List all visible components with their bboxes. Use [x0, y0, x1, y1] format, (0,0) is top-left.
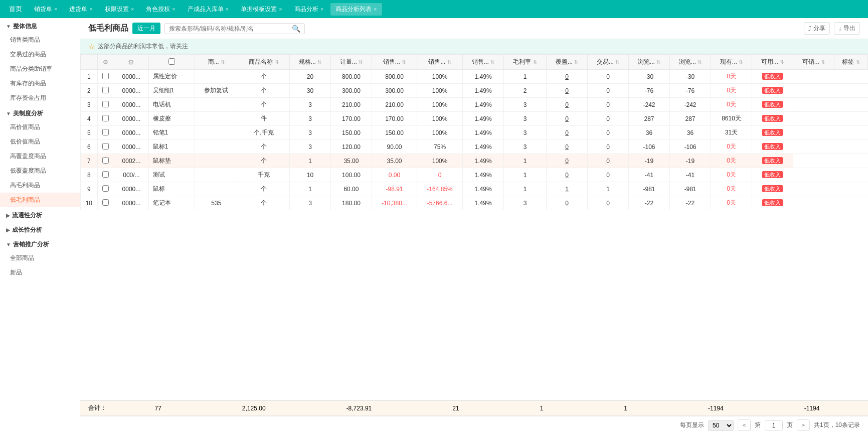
col-tag[interactable]: 标签 ⇅ [834, 55, 867, 70]
sidebar-item-high-value[interactable]: 高价值商品 [0, 120, 80, 134]
cell-view1[interactable]: 0 [547, 112, 588, 126]
sidebar-section-growth[interactable]: ▶成长性分析 [0, 222, 80, 236]
sidebar-section-flow[interactable]: ▶流通性分析 [0, 207, 80, 222]
row-checkbox[interactable] [102, 115, 109, 121]
col-view1[interactable]: 浏览... ⇅ [629, 55, 670, 70]
col-name[interactable]: 商品名称 ⇅ [238, 55, 289, 70]
row-checkbox[interactable] [102, 143, 109, 150]
cell-checkbox[interactable] [97, 112, 114, 126]
cell-name[interactable]: 测试 [148, 168, 195, 182]
col-unit[interactable]: 计量... ⇅ [330, 55, 372, 70]
cell-name[interactable]: 鼠标 [148, 182, 195, 196]
col-checkbox[interactable] [148, 55, 195, 70]
sidebar-section-marketing[interactable]: ▼营销推广分析 [0, 236, 80, 251]
nav-product-analysis[interactable]: 商品分析× [289, 3, 328, 16]
cell-name[interactable]: 笔记本 [148, 196, 195, 210]
row-checkbox[interactable] [102, 199, 109, 206]
search-icon[interactable]: 🔍 [292, 25, 300, 33]
sidebar-item-all-goods[interactable]: 全部商品 [0, 251, 80, 265]
cell-margin: 0 [417, 168, 463, 182]
cell-stock-curr: -22 [629, 196, 670, 210]
cell-checkbox[interactable] [97, 196, 114, 210]
sidebar-item-in-stock[interactable]: 有库存的商品 [0, 76, 80, 91]
nav-permission[interactable]: 权限设置× [100, 3, 139, 16]
sidebar-section-overall[interactable]: ▼整体信息 [0, 18, 80, 33]
per-page-select[interactable]: 50 20 100 [708, 420, 734, 431]
nav-template[interactable]: 单据模板设置× [236, 3, 287, 16]
cell-view1[interactable]: 0 [547, 196, 588, 210]
export-button[interactable]: ↓ 导出 [834, 22, 860, 35]
data-table-container[interactable]: ⚙⚙ 商... ⇅ 商品名称 ⇅ 规格... ⇅ 计量... ⇅ 销售... ⇅… [80, 54, 868, 400]
sidebar-item-traded-goods[interactable]: 交易过的商品 [0, 47, 80, 62]
cell-view1[interactable]: 0 [547, 126, 588, 140]
nav-role-auth[interactable]: 角色授权× [141, 3, 180, 16]
row-checkbox[interactable] [102, 185, 109, 192]
col-gear-header[interactable]: ⚙ [97, 55, 114, 70]
col-sales-amt[interactable]: 销售... ⇅ [417, 55, 463, 70]
nav-product-analysis-list[interactable]: 商品分析列表× [330, 3, 382, 16]
next-page-button[interactable]: ＞ [797, 419, 810, 431]
cell-checkbox[interactable] [97, 84, 114, 98]
cell-name[interactable]: 铅笔1 [148, 126, 195, 140]
cell-name[interactable]: 属性定价 [148, 70, 195, 84]
cell-checkbox[interactable] [97, 140, 114, 154]
sidebar-item-capital[interactable]: 库存资金占用 [0, 91, 80, 105]
sidebar-section-measure[interactable]: ▼美制度分析 [0, 105, 80, 120]
nav-product-entry[interactable]: 产成品入库单× [183, 3, 234, 16]
row-checkbox[interactable] [102, 129, 109, 135]
cell-view1[interactable]: 0 [547, 70, 588, 84]
cell-name[interactable]: 吴细细1 [148, 84, 195, 98]
cell-view1[interactable]: 0 [547, 84, 588, 98]
cell-checkbox[interactable] [97, 98, 114, 112]
col-sellable-days[interactable]: 可销... ⇅ [793, 55, 834, 70]
sidebar-item-low-margin[interactable]: 低毛利商品 [0, 193, 80, 207]
col-sales-profit[interactable]: 销售... ⇅ [463, 55, 504, 70]
cell-name[interactable]: 鼠标1 [148, 140, 195, 154]
sidebar-item-high-margin[interactable]: 高毛利商品 [0, 178, 80, 193]
cell-checkbox[interactable] [97, 70, 114, 84]
sidebar-item-sales-goods[interactable]: 销售类商品 [0, 33, 80, 47]
col-stock-avail[interactable]: 可用... ⇅ [752, 55, 793, 70]
select-all-checkbox[interactable] [168, 58, 175, 65]
search-input[interactable] [169, 25, 292, 32]
row-checkbox[interactable] [102, 73, 109, 79]
cell-view1[interactable]: 0 [547, 140, 588, 154]
sidebar-item-category-rate[interactable]: 商品分类助销率 [0, 62, 80, 76]
cell-view1[interactable]: 1 [547, 182, 588, 196]
cell-view1[interactable]: 0 [547, 98, 588, 112]
cell-checkbox[interactable] [97, 168, 114, 182]
share-button[interactable]: ⤴ 分享 [804, 22, 830, 35]
row-checkbox[interactable] [102, 157, 109, 164]
page-number-input[interactable] [765, 420, 783, 430]
sidebar-item-high-coverage[interactable]: 高覆盖度商品 [0, 149, 80, 164]
col-stock-curr[interactable]: 现有... ⇅ [711, 55, 752, 70]
col-spec[interactable]: 规格... ⇅ [289, 55, 330, 70]
row-checkbox[interactable] [102, 87, 109, 93]
cell-name[interactable]: 橡皮擦 [148, 112, 195, 126]
col-margin[interactable]: 毛利率 ⇅ [504, 55, 547, 70]
cell-checkbox[interactable] [97, 154, 114, 168]
cell-checkbox[interactable] [97, 126, 114, 140]
row-checkbox[interactable] [102, 101, 109, 107]
col-coverage[interactable]: 覆盖... ⇅ [547, 55, 588, 70]
nav-sales-order[interactable]: 销货单× [29, 3, 62, 16]
cell-name[interactable]: 电话机 [148, 98, 195, 112]
nav-home[interactable]: 首页 [4, 3, 27, 16]
row-checkbox[interactable] [102, 171, 109, 178]
cell-name[interactable]: 鼠标垫 [148, 154, 195, 168]
prev-page-button[interactable]: ＜ [738, 419, 751, 431]
sidebar-item-low-value[interactable]: 低价值商品 [0, 134, 80, 149]
col-gear[interactable]: ⚙ [114, 55, 148, 70]
cell-view1[interactable]: 0 [547, 154, 588, 168]
col-code[interactable]: 商... ⇅ [195, 55, 238, 70]
cell-view1[interactable]: 0 [547, 168, 588, 182]
col-view2[interactable]: 浏览... ⇅ [670, 55, 711, 70]
cell-checkbox[interactable] [97, 182, 114, 196]
sidebar-item-new-goods[interactable]: 新品 [0, 265, 80, 280]
date-filter-button[interactable]: 近一月 [132, 23, 160, 34]
main-layout: ▼整体信息 销售类商品 交易过的商品 商品分类助销率 有库存的商品 库存资金占用… [0, 18, 868, 434]
sidebar-item-low-coverage[interactable]: 低覆盖度商品 [0, 164, 80, 178]
col-trade[interactable]: 交易... ⇅ [588, 55, 629, 70]
col-sales-qty[interactable]: 销售... ⇅ [372, 55, 417, 70]
nav-purchase-order[interactable]: 进货单× [64, 3, 97, 16]
